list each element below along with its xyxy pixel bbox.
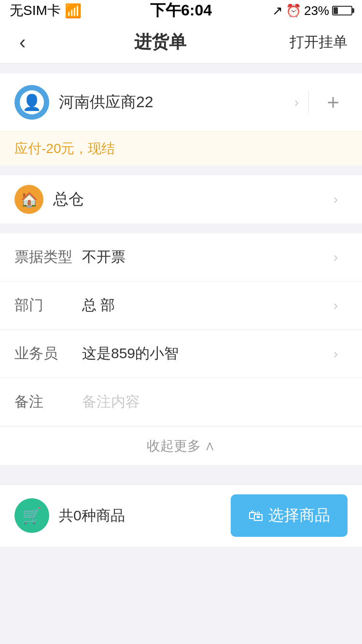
department-row[interactable]: 部门 总 部 ›: [0, 281, 362, 330]
salesperson-value: 这是859的小智: [82, 344, 334, 364]
product-icon-wrap: 🛒: [14, 498, 49, 533]
supplier-row[interactable]: 👤 河南供应商22 › +: [0, 73, 362, 131]
salesperson-key: 业务员: [14, 344, 82, 364]
carrier-text: 无SIM卡: [10, 1, 61, 20]
department-value: 总 部: [82, 295, 334, 315]
salesperson-chevron-icon: ›: [334, 346, 338, 362]
bottom-bar: 🛒 共0种商品 🛍 选择商品: [0, 484, 362, 546]
battery-percent: 23%: [304, 3, 329, 18]
section-gap-2: [0, 166, 362, 175]
invoice-type-key: 票据类型: [14, 247, 82, 267]
department-chevron-icon: ›: [334, 298, 338, 313]
select-product-icon: 🛍: [248, 507, 264, 525]
collapse-button[interactable]: 收起更多 ∧: [0, 426, 362, 465]
invoice-chevron-icon: ›: [334, 250, 338, 265]
supplier-chevron-icon: ›: [294, 95, 299, 110]
notes-key: 备注: [14, 392, 82, 412]
house-icon: 🏠: [20, 191, 38, 208]
warehouse-chevron-icon: ›: [334, 192, 338, 207]
form-section: 票据类型 不开票 › 部门 总 部 › 业务员 这是859的小智 › 备注 备注…: [0, 233, 362, 465]
product-bag-icon: 🛒: [22, 506, 42, 525]
section-gap-4: [0, 465, 362, 475]
notes-row[interactable]: 备注 备注内容: [0, 378, 362, 426]
divider: [308, 90, 309, 114]
warehouse-section: 🏠 总仓 ›: [0, 175, 362, 224]
location-icon: ↗: [272, 3, 283, 18]
alarm-icon: ⏰: [286, 3, 301, 18]
supplier-name: 河南供应商22: [59, 92, 294, 113]
collapse-label: 收起更多 ∧: [147, 437, 216, 455]
status-right: ↗ ⏰ 23%: [272, 3, 352, 18]
supplier-section: 👤 河南供应商22 › + 应付-20元，现结: [0, 73, 362, 166]
avatar-inner: 👤: [20, 90, 44, 114]
main-content: 👤 河南供应商22 › + 应付-20元，现结 🏠 总仓 › 票据类型: [0, 64, 362, 644]
page-title: 进货单: [134, 30, 186, 54]
select-product-button[interactable]: 🛍 选择商品: [231, 494, 348, 537]
back-button[interactable]: ‹: [14, 27, 30, 58]
notice-text: 应付-20元，现结: [14, 141, 115, 156]
salesperson-row[interactable]: 业务员 这是859的小智 ›: [0, 330, 362, 378]
section-gap-3: [0, 224, 362, 233]
warehouse-label: 总仓: [53, 189, 334, 210]
open-pending-button[interactable]: 打开挂单: [290, 32, 348, 52]
select-product-label: 选择商品: [268, 505, 330, 526]
warehouse-icon-wrap: 🏠: [14, 185, 43, 214]
product-count: 共0种商品: [59, 506, 231, 526]
status-bar: 无SIM卡 📶 下午6:04 ↗ ⏰ 23%: [0, 0, 362, 21]
battery-icon: [332, 6, 352, 15]
section-gap-1: [0, 64, 362, 73]
notice-banner: 应付-20元，现结: [0, 131, 362, 166]
status-time: 下午6:04: [150, 0, 212, 21]
person-icon: 👤: [22, 93, 42, 112]
nav-bar: ‹ 进货单 打开挂单: [0, 21, 362, 64]
department-key: 部门: [14, 295, 82, 315]
add-supplier-button[interactable]: +: [319, 88, 348, 117]
invoice-type-value: 不开票: [82, 247, 334, 267]
invoice-type-row[interactable]: 票据类型 不开票 ›: [0, 233, 362, 281]
warehouse-row[interactable]: 🏠 总仓 ›: [0, 175, 362, 224]
status-left: 无SIM卡 📶: [10, 1, 82, 20]
wifi-icon: 📶: [65, 3, 82, 19]
supplier-avatar: 👤: [14, 85, 49, 120]
notes-value: 备注内容: [82, 392, 348, 412]
